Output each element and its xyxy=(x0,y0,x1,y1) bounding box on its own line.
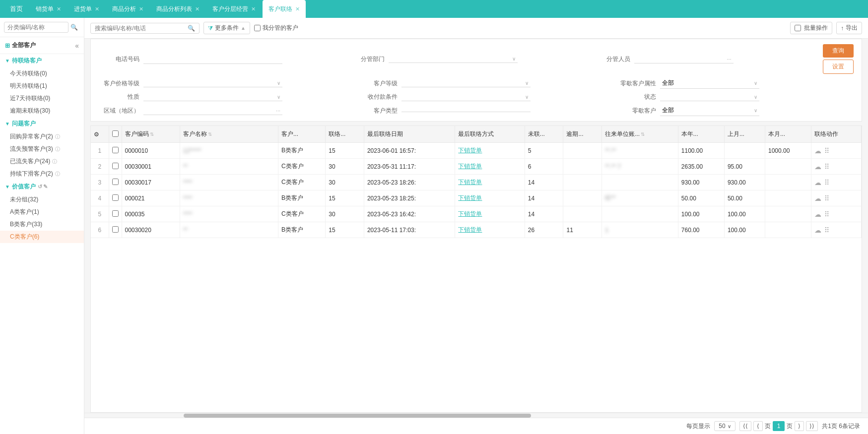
filter-phone-input[interactable] xyxy=(143,55,282,64)
export-button[interactable]: ↑ 导出 xyxy=(836,22,862,34)
query-button[interactable]: 查询 xyxy=(823,44,854,58)
nav-item-purchase[interactable]: 进货单 ✕ xyxy=(68,0,105,18)
sidebar-item-today[interactable]: 今天待联络(0) xyxy=(0,67,84,80)
sidebar-search-input[interactable] xyxy=(4,22,68,33)
my-customers-checkbox[interactable]: 我分管的客户 xyxy=(254,24,298,32)
sidebar-group-problem[interactable]: ▼ 问题客户 xyxy=(0,117,84,130)
prev-page-button[interactable]: ⟨ xyxy=(753,421,763,431)
row-last-method-2[interactable]: 下销货单 xyxy=(455,159,525,175)
table-scroll-thumb[interactable] xyxy=(184,414,531,418)
row-last-method-3[interactable]: 下销货单 xyxy=(455,175,525,190)
current-page-number[interactable]: 1 xyxy=(773,421,785,431)
row-checkbox-3[interactable] xyxy=(109,175,122,190)
sort-account-icon[interactable]: ⇅ xyxy=(641,131,645,137)
row-checkbox-4[interactable] xyxy=(109,190,122,206)
more-icon-5[interactable]: ⠿ xyxy=(824,210,829,218)
close-segment-icon[interactable]: ✕ xyxy=(251,6,256,12)
info-lost-icon: ⓘ xyxy=(52,158,57,165)
row-last-method-5[interactable]: 下销货单 xyxy=(455,206,525,222)
sidebar-item-abnormal[interactable]: 回购异常客户(2) ⓘ xyxy=(0,130,84,143)
nav-item-sales[interactable]: 销货单 ✕ xyxy=(30,0,67,18)
nav-item-analysis[interactable]: 商品分析 ✕ xyxy=(106,0,149,18)
table-scroll-bar[interactable] xyxy=(84,413,868,418)
sidebar-item-overdue[interactable]: 逾期未联络(30) xyxy=(0,105,84,117)
row-last-method-6[interactable]: 下销货单 xyxy=(455,222,525,238)
close-analysis-icon[interactable]: ✕ xyxy=(139,6,143,12)
sort-name-icon[interactable]: ⇅ xyxy=(208,131,212,137)
refresh-icon[interactable]: ↺ xyxy=(38,184,42,190)
filter-nature-select[interactable]: ∨ xyxy=(143,93,282,101)
filter-manager-select[interactable]: ··· xyxy=(634,55,734,63)
sidebar-search-icon[interactable]: 🔍 xyxy=(70,24,78,31)
row-last-method-4[interactable]: 下销货单 xyxy=(455,190,525,206)
sidebar-item-lost[interactable]: 已流失客户(24) ⓘ xyxy=(0,155,84,168)
main-search-icon[interactable]: 🔍 xyxy=(188,25,195,32)
th-not-contacted: 未联... xyxy=(525,126,563,143)
sidebar-item-tomorrow[interactable]: 明天待联络(1) xyxy=(0,80,84,92)
contact-icon-2[interactable]: ☁ xyxy=(814,163,821,171)
more-icon-1[interactable]: ⠿ xyxy=(824,147,829,155)
close-contact-icon[interactable]: ✕ xyxy=(295,6,300,12)
close-purchase-icon[interactable]: ✕ xyxy=(95,6,99,12)
filter-retail-select[interactable]: 全部 ∨ xyxy=(660,105,759,116)
close-analysis-list-icon[interactable]: ✕ xyxy=(195,6,200,12)
filter-dept-select[interactable]: ∨ xyxy=(389,55,518,63)
sidebar-group-value[interactable]: ▼ 价值客户 ↺ ✎ xyxy=(0,180,84,193)
page-size-selector[interactable]: 50 ∨ xyxy=(714,421,735,431)
contact-icon-4[interactable]: ☁ xyxy=(814,194,821,202)
sidebar-item-class-c[interactable]: C类客户(6) xyxy=(0,231,84,243)
batch-op-button[interactable]: 批量操作 xyxy=(790,22,832,34)
row-last-method-1[interactable]: 下销货单 xyxy=(455,143,525,159)
contact-icon-3[interactable]: ☁ xyxy=(814,179,821,186)
filter-price-grade-select[interactable]: ∨ xyxy=(143,79,282,87)
row-checkbox-1[interactable] xyxy=(109,143,122,159)
settings-gear-icon[interactable]: ⚙ xyxy=(94,131,99,138)
more-icon-2[interactable]: ⠿ xyxy=(824,163,829,171)
collapse-icon[interactable]: « xyxy=(75,42,79,50)
edit-groups-icon[interactable]: ✎ xyxy=(43,184,48,190)
next-page-button[interactable]: ⟩ xyxy=(795,421,804,431)
close-sales-icon[interactable]: ✕ xyxy=(57,6,61,12)
nature-chevron-icon: ∨ xyxy=(277,94,280,100)
contact-icon-6[interactable]: ☁ xyxy=(814,226,821,234)
row-checkbox-6[interactable] xyxy=(109,222,122,238)
sidebar-item-class-b[interactable]: B类客户(33) xyxy=(0,218,84,231)
sidebar-item-unclassified[interactable]: 未分组(32) xyxy=(0,193,84,206)
batch-check[interactable] xyxy=(795,25,801,31)
sidebar-all-customers[interactable]: ⊞ 全部客户 « xyxy=(0,37,84,54)
set-button[interactable]: 设置 xyxy=(823,60,854,74)
filter-more-button[interactable]: ⧩ 更多条件 ▲ xyxy=(203,22,250,34)
row-checkbox-5[interactable] xyxy=(109,206,122,222)
nav-item-customer-contact[interactable]: 客户联络 ✕ xyxy=(263,0,306,18)
nav-item-customer-segment[interactable]: 客户分层经营 ✕ xyxy=(206,0,262,18)
main-search-input[interactable] xyxy=(95,25,188,32)
more-icon-3[interactable]: ⠿ xyxy=(824,179,829,186)
sidebar-item-class-a[interactable]: A类客户(1) xyxy=(0,206,84,218)
sidebar-item-declining[interactable]: 持续下滑客户(2) ⓘ xyxy=(0,168,84,180)
th-checkbox[interactable] xyxy=(109,126,122,143)
sort-code-icon[interactable]: ⇅ xyxy=(150,131,154,137)
filter-region-select[interactable]: ··· xyxy=(143,107,282,115)
row-year-1: 1100.00 xyxy=(678,143,724,159)
nav-item-home[interactable]: 首页 xyxy=(4,0,29,18)
sidebar-group-pending[interactable]: ▼ 待联络客户 xyxy=(0,54,84,67)
row-checkbox-2[interactable] xyxy=(109,159,122,175)
my-customers-check[interactable] xyxy=(254,25,261,31)
contact-icon-5[interactable]: ☁ xyxy=(814,210,821,218)
select-all-checkbox[interactable] xyxy=(112,130,119,137)
filter-customer-type-select[interactable] xyxy=(401,110,531,112)
filter-retail-attr-select[interactable]: 全部 ∨ xyxy=(660,78,759,89)
th-settings[interactable]: ⚙ xyxy=(91,126,109,143)
first-page-button[interactable]: ⟨⟨ xyxy=(739,421,751,431)
filter-payment-select[interactable]: ∨ xyxy=(401,93,531,101)
sidebar-item-7days[interactable]: 近7天待联络(0) xyxy=(0,92,84,105)
more-icon-4[interactable]: ⠿ xyxy=(824,194,829,202)
filter-status-select[interactable]: ∨ xyxy=(660,93,759,101)
nav-item-analysis-list[interactable]: 商品分析列表 ✕ xyxy=(150,0,205,18)
sidebar-item-warning[interactable]: 流失预警客户(3) ⓘ xyxy=(0,143,84,155)
more-icon-6[interactable]: ⠿ xyxy=(824,226,829,234)
filter-customer-grade-select[interactable]: ∨ xyxy=(401,79,531,87)
filter-payment: 收付款条件 ∨ xyxy=(357,93,595,101)
contact-icon-1[interactable]: ☁ xyxy=(814,147,821,155)
last-page-button[interactable]: ⟩⟩ xyxy=(806,421,818,431)
